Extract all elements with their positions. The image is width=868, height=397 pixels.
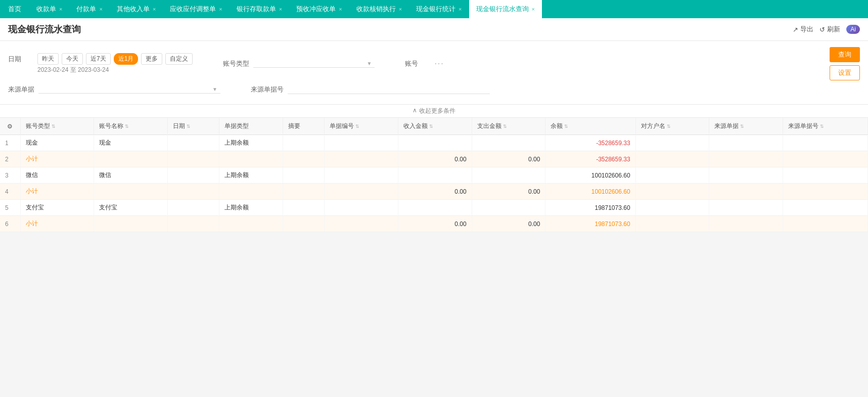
source-doc-num-label: 来源单据号: [251, 85, 284, 94]
ai-badge[interactable]: Ai: [846, 25, 860, 34]
account-dots-icon[interactable]: ···: [434, 59, 444, 68]
table-row: 6 小计 0.00 0.00 19871073.60: [0, 216, 868, 232]
cell-account-name: [94, 184, 168, 200]
cell-income: [398, 200, 472, 216]
th-source-doc[interactable]: 来源单据⇅: [709, 118, 783, 135]
cell-date: [168, 200, 219, 216]
close-tab-4-icon[interactable]: ×: [279, 6, 282, 12]
data-table: ⚙ 账号类型⇅ 账号名称⇅ 日期⇅ 单据类型 摘要 单据编号⇅ 收入金额⇅ 支出…: [0, 118, 868, 232]
close-tab-5-icon[interactable]: ×: [339, 6, 342, 12]
nav-tab-1[interactable]: 付款单 ×: [69, 0, 109, 18]
th-doc-no[interactable]: 单据编号⇅: [324, 118, 398, 135]
th-source-doc-no[interactable]: 来源单据号⇅: [783, 118, 868, 135]
cell-doc-type: [219, 184, 283, 200]
source-doc-label: 来源单据: [8, 85, 34, 94]
refresh-button[interactable]: ↺ 刷新: [819, 25, 840, 34]
nav-tab-3[interactable]: 应收应付调整单 ×: [163, 0, 229, 18]
cell-source-doc-no: [783, 184, 868, 200]
cell-expense: 0.00: [472, 151, 545, 167]
cell-expense: [472, 200, 545, 216]
cell-doc-no: [324, 200, 398, 216]
close-tab-3-icon[interactable]: ×: [219, 6, 222, 12]
date-btn-more[interactable]: 更多: [141, 53, 162, 65]
th-account-name[interactable]: 账号名称⇅: [94, 118, 168, 135]
close-tab-6-icon[interactable]: ×: [399, 6, 402, 12]
top-navigation: 首页 收款单 × 付款单 × 其他收入单 × 应收应付调整单 × 银行存取款单 …: [0, 0, 868, 18]
date-btn-custom[interactable]: 自定义: [165, 53, 193, 65]
filter-row-2: 来源单据 ▼ 来源单据号: [8, 84, 860, 94]
cell-doc-no: [324, 216, 398, 232]
date-btn-1month[interactable]: 近1月: [114, 53, 139, 65]
th-income[interactable]: 收入金额⇅: [398, 118, 472, 135]
th-balance[interactable]: 余额⇅: [545, 118, 635, 135]
cell-row-num: 5: [0, 200, 20, 216]
cell-account-name: [94, 151, 168, 167]
collapse-bar[interactable]: ∧ 收起更多条件: [0, 105, 868, 118]
close-tab-2-icon[interactable]: ×: [153, 6, 156, 12]
cell-account-type: 小计: [20, 184, 94, 200]
date-btn-today[interactable]: 今天: [62, 53, 83, 65]
nav-tab-2[interactable]: 其他收入单 ×: [110, 0, 163, 18]
source-doc-num-input[interactable]: [288, 84, 490, 94]
cell-counterpart: [635, 151, 709, 167]
cell-source-doc: [709, 135, 783, 151]
export-button[interactable]: ↗ 导出: [793, 25, 813, 34]
cell-counterpart: [635, 200, 709, 216]
cell-expense: 0.00: [472, 184, 545, 200]
cell-account-type: 微信: [20, 167, 94, 184]
cell-account-type: 小计: [20, 151, 94, 167]
close-tab-0-icon[interactable]: ×: [59, 6, 62, 12]
cell-summary: [283, 216, 324, 232]
cell-summary: [283, 135, 324, 151]
close-tab-1-icon[interactable]: ×: [99, 6, 102, 12]
date-btn-yesterday[interactable]: 昨天: [37, 53, 59, 65]
nav-tab-6[interactable]: 收款核销执行 ×: [349, 0, 409, 18]
nav-tab-7[interactable]: 现金银行统计 ×: [409, 0, 469, 18]
close-tab-8-icon[interactable]: ×: [532, 6, 535, 12]
nav-tab-4[interactable]: 银行存取款单 ×: [230, 0, 289, 18]
cell-date: [168, 151, 219, 167]
settings-button[interactable]: 设置: [830, 65, 860, 80]
source-doc-select[interactable]: ▼: [38, 85, 220, 94]
th-summary[interactable]: 摘要: [283, 118, 324, 135]
nav-tab-0[interactable]: 收款单 ×: [29, 0, 69, 18]
cell-row-num: 6: [0, 216, 20, 232]
cell-source-doc-no: [783, 151, 868, 167]
cell-source-doc-no: [783, 135, 868, 151]
th-settings[interactable]: ⚙: [0, 118, 20, 135]
cell-source-doc: [709, 184, 783, 200]
cell-date: [168, 167, 219, 184]
th-doc-type[interactable]: 单据类型: [219, 118, 283, 135]
th-counterpart[interactable]: 对方户名⇅: [635, 118, 709, 135]
cell-expense: [472, 135, 545, 151]
cell-balance: 19871073.60: [545, 200, 635, 216]
cell-summary: [283, 167, 324, 184]
export-icon: ↗: [793, 26, 798, 33]
cell-balance: 100102606.60: [545, 167, 635, 184]
account-type-select[interactable]: ▼: [253, 60, 375, 68]
cell-expense: [472, 167, 545, 184]
cell-source-doc: [709, 200, 783, 216]
th-account-type[interactable]: 账号类型⇅: [20, 118, 94, 135]
close-tab-7-icon[interactable]: ×: [459, 6, 462, 12]
th-expense[interactable]: 支出金额⇅: [472, 118, 545, 135]
nav-tab-8[interactable]: 现金银行流水查询 ×: [469, 0, 542, 18]
account-label: 账号: [405, 59, 430, 68]
cell-income: 0.00: [398, 151, 472, 167]
query-button[interactable]: 查询: [830, 47, 860, 62]
cell-account-name: 现金: [94, 135, 168, 151]
cell-doc-no: [324, 135, 398, 151]
cell-doc-type: 上期余额: [219, 135, 283, 151]
cell-account-type: 现金: [20, 135, 94, 151]
cell-income: 0.00: [398, 184, 472, 200]
refresh-icon: ↺: [819, 26, 825, 33]
cell-balance: 100102606.60: [545, 184, 635, 200]
cell-income: 0.00: [398, 216, 472, 232]
nav-home[interactable]: 首页: [0, 0, 29, 18]
date-btn-7days[interactable]: 近7天: [86, 53, 111, 65]
page-title: 现金银行流水查询: [8, 23, 81, 35]
cell-source-doc: [709, 151, 783, 167]
th-date[interactable]: 日期⇅: [168, 118, 219, 135]
cell-doc-no: [324, 184, 398, 200]
nav-tab-5[interactable]: 预收冲应收单 ×: [289, 0, 349, 18]
